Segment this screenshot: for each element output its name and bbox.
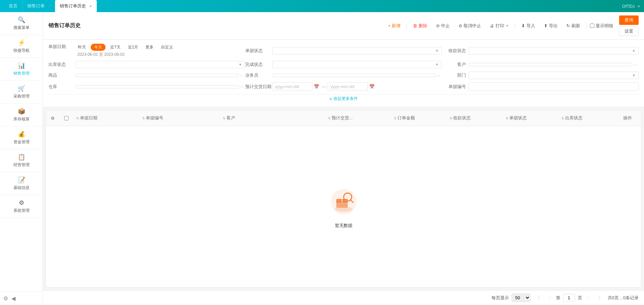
import-btn[interactable]: ⬇ 导入 [519, 22, 538, 30]
next-page-btn[interactable]: 〉 [585, 294, 594, 302]
col-action-label: 操作 [623, 115, 632, 121]
date-btn-yesterday[interactable]: 昨天 [75, 44, 89, 51]
stop-btn[interactable]: ⊘ 中止 [433, 22, 453, 30]
date-btn-more[interactable]: 更多 [143, 44, 156, 51]
sidebar-item-operations[interactable]: 📋 经营管理 [0, 149, 43, 172]
sidebar-item-basic[interactable]: 📝 基础信息 [0, 172, 43, 195]
page-label-post: 页 [578, 295, 582, 301]
delivery-date-from[interactable] [272, 82, 312, 91]
import-icon: ⬇ [521, 23, 525, 28]
often-label: OfTEn [622, 4, 635, 9]
sales-icon: 📊 [18, 62, 25, 69]
order-status-arrow: ▼ [435, 49, 439, 53]
quicknav-icon: ⚡ [18, 39, 25, 46]
sidebar-item-finance[interactable]: 💰 资金管理 [0, 126, 43, 149]
first-page-btn[interactable]: 《 [533, 294, 542, 302]
current-page-input[interactable] [563, 294, 575, 302]
delete-btn[interactable]: 🗑 删除 [410, 22, 430, 30]
date-btn-1month[interactable]: 近1月 [125, 44, 141, 51]
last-page-btn[interactable]: 》 [596, 294, 605, 302]
sidebar-item-quicknav[interactable]: ⚡ 快捷导航 [0, 35, 43, 58]
col-receipt[interactable]: ⇅ 收款状态 [446, 113, 502, 123]
salesperson-input[interactable] [272, 74, 436, 77]
delete-icon: 🗑 [413, 23, 417, 28]
page-size-select[interactable]: 50 10 20 100 [512, 294, 530, 302]
show-detail-label: 显示明细 [596, 23, 613, 29]
col-date[interactable]: ⇅ 单据日期 [73, 113, 139, 123]
refresh-btn[interactable]: ↻ 刷新 [564, 22, 583, 30]
customer-dots-btn[interactable]: ··· [632, 62, 639, 67]
department-select[interactable]: ▼ [469, 72, 639, 79]
query-btn[interactable]: 查询 [619, 15, 639, 25]
warehouse-input[interactable] [75, 85, 239, 88]
delivery-date-calendar-from[interactable]: 📅 [312, 84, 320, 89]
sidebar-item-purchase[interactable]: 🛒 采购管理 [0, 81, 43, 104]
settings-btn[interactable]: 设置 [619, 27, 639, 36]
salesperson-dots-btn[interactable]: ··· [436, 73, 442, 78]
sidebar-search[interactable]: 🔍 搜索菜单 [0, 12, 43, 35]
cancel-stop-btn[interactable]: ⊘ 取消中止 [456, 22, 484, 30]
show-detail-input[interactable] [590, 24, 594, 28]
col-num-sort-icon: ⇅ [142, 116, 145, 120]
sidebar-item-system[interactable]: ⚙ 系统管理 [0, 195, 43, 218]
product-dots-btn[interactable]: ··· [239, 73, 245, 78]
warehouse-status-select[interactable]: ▼ [75, 61, 245, 68]
filter-row-2: 出库状态 ▼ 完成状态 ▼ 客户 [48, 61, 639, 68]
sidebar-settings-btn[interactable]: ⚙ [3, 295, 8, 302]
toolbar: + 新增 🗑 删除 ⊘ 中止 ⊘ 取消中止 🖨 打印 [385, 15, 639, 36]
sidebar-item-sales[interactable]: 📊 销售管理 [0, 58, 43, 81]
order-num-label: 单据编号 [442, 84, 469, 90]
print-btn[interactable]: 🖨 打印 ▼ [487, 22, 512, 30]
prev-page-btn[interactable]: 〈 [545, 294, 553, 302]
receipt-status-select[interactable]: ▼ [469, 47, 639, 54]
date-btn-7days[interactable]: 近7天 [108, 44, 123, 51]
date-btn-today[interactable]: 今天 [91, 44, 105, 51]
delivery-date-to[interactable] [328, 82, 368, 91]
complete-status-select[interactable]: ▼ [272, 61, 442, 68]
col-warehouse[interactable]: ⇅ 出库状态 [558, 113, 614, 123]
product-input[interactable] [75, 74, 239, 77]
new-btn[interactable]: + 新增 [385, 22, 403, 30]
col-status[interactable]: ⇅ 单据状态 [502, 113, 558, 123]
tab-sales-order-close[interactable]: × [48, 4, 50, 8]
operations-icon: 📋 [18, 153, 25, 161]
sidebar: 🔍 搜索菜单 ⚡ 快捷导航 📊 销售管理 🛒 采购管理 📦 库存核算 💰 资金管… [0, 12, 43, 305]
sidebar-purchase-label: 采购管理 [13, 93, 30, 99]
customer-input[interactable] [469, 63, 632, 66]
sidebar-finance-label: 资金管理 [13, 139, 30, 145]
tab-sales-order-history-close[interactable]: × [89, 4, 91, 8]
col-warehouse-label: 出库状态 [565, 115, 583, 121]
main-layout: 🔍 搜索菜单 ⚡ 快捷导航 📊 销售管理 🛒 采购管理 📦 库存核算 💰 资金管… [0, 12, 644, 305]
select-all-checkbox[interactable] [64, 116, 69, 120]
show-detail-checkbox[interactable]: 显示明细 [590, 23, 613, 29]
tab-sales-order[interactable]: 销售订单 × [23, 0, 55, 12]
col-amount[interactable]: ⇅ 订单金额 [390, 113, 446, 123]
col-date-sort-icon: ⇅ [76, 116, 79, 120]
sidebar-collapse-btn[interactable]: ◀ [11, 295, 15, 302]
collapse-bar[interactable]: ∧ 收起更多条件 [48, 94, 639, 103]
print-icon: 🖨 [490, 23, 494, 28]
col-customer-sort-icon: ⇅ [223, 116, 225, 120]
col-settings[interactable]: ⚙ [46, 113, 59, 123]
collapse-label: 收起更多条件 [334, 96, 358, 102]
date-btn-custom[interactable]: 自定义 [158, 44, 176, 51]
tab-sales-order-history[interactable]: 销售订单历史 × [55, 0, 96, 12]
tab-sales-order-label: 销售订单 [27, 3, 45, 9]
order-status-select[interactable]: ▼ [272, 47, 442, 54]
col-num[interactable]: ⇅ 单据编号 [139, 113, 219, 123]
page-title: 销售订单历史 [48, 22, 81, 29]
sidebar-item-inventory[interactable]: 📦 库存核算 [0, 104, 43, 126]
table-area: ⚙ ⇅ 单据日期 ⇅ 单据编号 ⇅ 客户 ⇅ [46, 110, 641, 288]
tab-home[interactable]: 首页 [4, 0, 23, 12]
delivery-date-calendar-to[interactable]: 📅 [368, 84, 376, 89]
col-customer[interactable]: ⇅ 客户 [219, 113, 325, 123]
warehouse-dots-btn[interactable]: ··· [239, 84, 245, 89]
sidebar-sales-label: 销售管理 [13, 71, 30, 76]
col-check[interactable] [59, 113, 73, 123]
divider-3 [586, 23, 587, 29]
export-btn[interactable]: ⬆ 导出 [541, 22, 560, 30]
empty-illustration [327, 185, 360, 219]
col-delivery[interactable]: ⇅ 预计交货... [325, 113, 390, 123]
close-window-btn[interactable]: × [637, 4, 640, 9]
order-num-input[interactable] [469, 82, 639, 91]
